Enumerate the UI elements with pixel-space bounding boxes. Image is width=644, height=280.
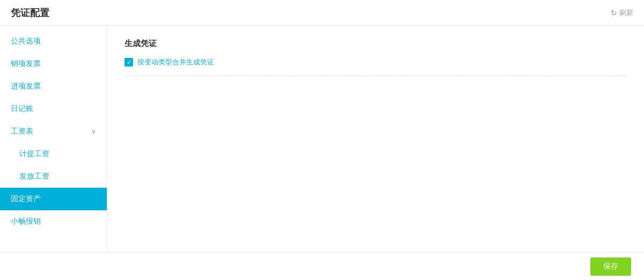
- section-title: 生成凭证: [125, 39, 627, 49]
- refresh-button[interactable]: ↻ 刷新: [611, 8, 633, 18]
- sidebar-item-label: 发放工资: [19, 172, 49, 181]
- sidebar-item-payroll[interactable]: 工资表 ∨: [0, 120, 107, 143]
- sidebar-item-purchase-invoice[interactable]: 进项发票: [0, 75, 107, 98]
- refresh-label: 刷新: [619, 8, 633, 18]
- checkbox-label[interactable]: 按变动类型合并生成凭证: [137, 57, 214, 67]
- sidebar-item-calc-salary[interactable]: 计提工资: [0, 143, 107, 165]
- sidebar-item-label: 工资表: [11, 127, 33, 136]
- sidebar-item-expenses[interactable]: 小畅报销: [0, 210, 107, 233]
- header: 凭证配置 ↻ 刷新: [0, 0, 644, 26]
- sidebar-item-label: 固定资产: [11, 194, 41, 204]
- sidebar: 公共选项 销项发票 进项发票 日记账 工资表 ∨ 计提工资 发放工资 固定资产 …: [0, 26, 107, 252]
- sidebar-item-journal[interactable]: 日记账: [0, 98, 107, 120]
- merge-checkbox[interactable]: [125, 58, 133, 67]
- sidebar-item-fixed-assets[interactable]: 固定资产: [0, 188, 107, 210]
- chevron-down-icon: ∨: [91, 128, 96, 135]
- section-divider: [125, 76, 627, 76]
- content-area: 生成凭证 按变动类型合并生成凭证: [107, 26, 644, 252]
- sidebar-item-label: 日记账: [11, 104, 33, 114]
- sidebar-item-label: 销项发票: [11, 59, 41, 69]
- footer: 保存: [0, 252, 644, 280]
- refresh-icon: ↻: [611, 9, 617, 17]
- checkbox-row: 按变动类型合并生成凭证: [125, 57, 627, 67]
- sidebar-item-label: 计提工资: [19, 149, 49, 159]
- save-button[interactable]: 保存: [590, 257, 631, 276]
- sidebar-item-label: 公共选项: [11, 36, 41, 46]
- sidebar-item-public[interactable]: 公共选项: [0, 30, 107, 53]
- sidebar-item-pay-salary[interactable]: 发放工资: [0, 165, 107, 188]
- page-title: 凭证配置: [11, 6, 49, 19]
- main-layout: 公共选项 销项发票 进项发票 日记账 工资表 ∨ 计提工资 发放工资 固定资产 …: [0, 26, 644, 252]
- sidebar-item-label: 进项发票: [11, 82, 41, 91]
- sidebar-item-label: 小畅报销: [11, 217, 41, 226]
- sidebar-item-sales-invoice[interactable]: 销项发票: [0, 53, 107, 75]
